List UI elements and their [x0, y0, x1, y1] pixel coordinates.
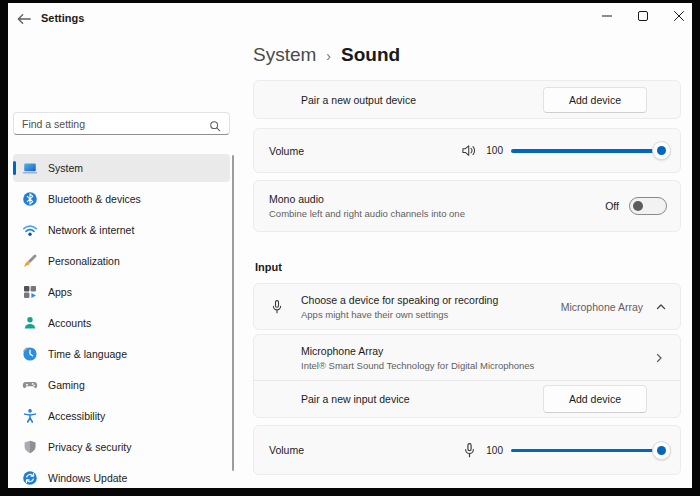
personalization-icon	[22, 253, 38, 269]
microphone-array-row[interactable]: Microphone Array Intel® Smart Sound Tech…	[254, 335, 680, 380]
sidebar-item-label: Bluetooth & devices	[48, 193, 141, 205]
mono-audio-subtitle: Combine left and right audio channels in…	[269, 208, 605, 219]
sidebar-item-time-language[interactable]: Time & language	[13, 340, 230, 368]
accounts-icon	[22, 315, 38, 331]
search-icon	[209, 118, 221, 130]
sidebar-item-apps[interactable]: Apps	[13, 278, 230, 306]
pair-input-device-row: Pair a new input device Add device	[254, 381, 680, 417]
app-title: Settings	[41, 10, 84, 26]
page-title: Sound	[341, 44, 400, 66]
chooser-subtitle: Apps might have their own settings	[301, 309, 561, 320]
pair-output-device-row: Pair a new output device Add device	[253, 80, 681, 119]
sidebar-item-system[interactable]: System	[13, 154, 230, 182]
chevron-right-icon	[653, 352, 665, 364]
sidebar-nav: System Bluetooth & devices Network & int…	[13, 154, 230, 495]
mono-audio-toggle[interactable]	[629, 197, 667, 215]
input-section-label: Input	[255, 261, 282, 273]
minimize-button[interactable]	[594, 3, 620, 29]
sidebar-scrollbar[interactable]	[232, 155, 234, 471]
sidebar-item-accounts[interactable]: Accounts	[13, 309, 230, 337]
input-volume-value: 100	[486, 445, 503, 456]
speaker-icon[interactable]	[461, 143, 478, 159]
input-volume-slider[interactable]	[511, 441, 661, 460]
window-controls	[594, 3, 692, 29]
input-device-title: Microphone Array	[301, 345, 653, 357]
slider-track[interactable]	[511, 149, 666, 153]
settings-window: Settings System Bluetooth & devices	[8, 3, 692, 488]
pair-input-label: Pair a new input device	[301, 393, 543, 405]
pair-output-label: Pair a new output device	[301, 94, 543, 106]
windows-update-icon	[22, 470, 38, 486]
selected-input-device: Microphone Array	[561, 301, 643, 313]
sidebar-item-bluetooth-devices[interactable]: Bluetooth & devices	[13, 185, 230, 213]
microphone-icon	[269, 299, 285, 315]
bluetooth-icon	[22, 191, 38, 207]
chooser-title: Choose a device for speaking or recordin…	[301, 294, 561, 306]
close-button[interactable]	[666, 3, 692, 29]
apps-icon	[22, 284, 38, 300]
output-volume-value: 100	[486, 145, 503, 156]
output-volume-slider[interactable]	[511, 141, 661, 160]
maximize-icon	[638, 11, 648, 21]
sidebar-item-label: Windows Update	[48, 472, 127, 484]
input-device-chooser-row[interactable]: Choose a device for speaking or recordin…	[253, 283, 681, 330]
sidebar-item-label: Accessibility	[48, 410, 105, 422]
chevron-up-icon[interactable]	[655, 301, 667, 313]
add-input-device-button[interactable]: Add device	[543, 385, 647, 413]
output-volume-row: Volume 100	[253, 128, 681, 173]
sidebar-item-windows-update[interactable]: Windows Update	[13, 464, 230, 492]
search-box[interactable]	[13, 112, 230, 135]
sidebar-item-label: Network & internet	[48, 224, 134, 236]
mono-audio-title: Mono audio	[269, 193, 605, 205]
input-device-expanded-card: Microphone Array Intel® Smart Sound Tech…	[253, 334, 681, 418]
minimize-icon	[602, 11, 612, 21]
maximize-button[interactable]	[630, 3, 656, 29]
sidebar-item-label: Accounts	[48, 317, 91, 329]
slider-track[interactable]	[511, 449, 666, 453]
input-device-subtitle: Intel® Smart Sound Technology for Digita…	[301, 360, 653, 371]
back-arrow-icon	[15, 10, 33, 28]
breadcrumb-parent[interactable]: System	[253, 44, 316, 66]
slider-thumb[interactable]	[652, 441, 671, 460]
sidebar-item-privacy-security[interactable]: Privacy & security	[13, 433, 230, 461]
input-volume-row: Volume 100	[253, 425, 681, 475]
breadcrumb: System › Sound	[253, 44, 400, 66]
close-icon	[674, 11, 684, 21]
sidebar-item-label: Time & language	[48, 348, 127, 360]
accessibility-icon	[22, 408, 38, 424]
sidebar-item-personalization[interactable]: Personalization	[13, 247, 230, 275]
selected-indicator	[13, 161, 16, 175]
sidebar-item-label: Privacy & security	[48, 441, 131, 453]
mono-audio-state-label: Off	[605, 200, 619, 212]
sidebar-item-label: Gaming	[48, 379, 85, 391]
input-volume-label: Volume	[269, 444, 304, 456]
time-language-icon	[22, 346, 38, 362]
network-icon	[22, 222, 38, 238]
sidebar-item-label: System	[48, 162, 83, 174]
sidebar-item-gaming[interactable]: Gaming	[13, 371, 230, 399]
breadcrumb-separator-icon: ›	[326, 48, 331, 64]
slider-thumb[interactable]	[652, 141, 671, 160]
system-icon	[22, 160, 38, 176]
mono-audio-row: Mono audio Combine left and right audio …	[253, 180, 681, 232]
microphone-level-icon[interactable]	[461, 442, 478, 458]
back-button[interactable]	[15, 10, 33, 28]
add-output-device-button[interactable]: Add device	[543, 87, 647, 113]
privacy-security-icon	[22, 439, 38, 455]
gaming-icon	[22, 377, 38, 393]
output-volume-label: Volume	[269, 145, 304, 157]
sidebar-item-label: Apps	[48, 286, 72, 298]
sidebar-item-label: Personalization	[48, 255, 120, 267]
sidebar-item-accessibility[interactable]: Accessibility	[13, 402, 230, 430]
sidebar-item-network-internet[interactable]: Network & internet	[13, 216, 230, 244]
toggle-knob	[633, 201, 643, 211]
search-input[interactable]	[22, 118, 209, 130]
